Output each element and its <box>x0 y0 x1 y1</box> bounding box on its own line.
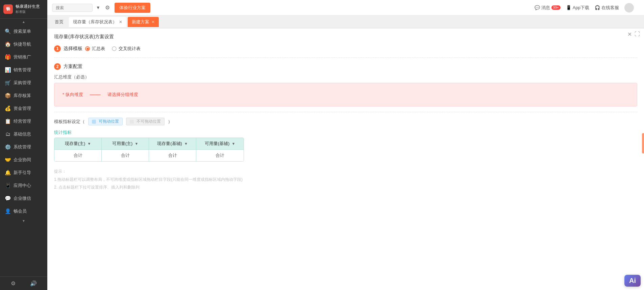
topbar-gear-icon[interactable]: ⚙ <box>105 4 110 11</box>
tab-new-scheme[interactable]: 新建方案 ✕ <box>128 17 159 27</box>
stats-data-3: 合计 <box>196 149 244 161</box>
user-avatar <box>624 3 634 13</box>
sidebar-item-marketing[interactable]: 🎁 营销推广 <box>0 51 47 64</box>
sidebar-item-cooperation[interactable]: 🤝 企业协同 <box>0 153 47 166</box>
tab-inventory-status[interactable]: 现存量（库存状况表） ✕ <box>69 17 126 27</box>
sidebar-item-member[interactable]: 👤 畅会员 <box>0 205 47 218</box>
app-logo: 畅 畅康通好生意 标准版 <box>0 0 47 19</box>
sidebar-item-label: 企业微信 <box>14 195 31 201</box>
clipboard-icon: 📋 <box>5 118 11 124</box>
sidebar-item-label: 系统管理 <box>14 144 31 150</box>
tip-item-0: 1.拖动标题栏可以调整布局，不可跨维度或指标区域拖动栏目字段(只能在同一维度或指… <box>54 176 637 184</box>
gear-icon: ⚙️ <box>5 144 11 150</box>
scroll-indicator <box>642 133 644 153</box>
dimension-label: 汇总维度（必选） <box>54 74 637 80</box>
expand-panel-icon[interactable]: ⛶ <box>635 31 640 38</box>
sidebar-item-label: 应用中心 <box>14 183 31 189</box>
mobile-download-icon: 📱 <box>566 5 571 10</box>
panel-controls: ✕ ⛶ <box>627 31 640 38</box>
message-btn[interactable]: 💬 消息 99+ <box>535 5 561 11</box>
sidebar-item-sales[interactable]: 📊 销售管理 <box>0 64 47 76</box>
stats-label: 统计指标 <box>54 129 637 136</box>
close-panel-icon[interactable]: ✕ <box>627 31 632 38</box>
divider1 <box>54 57 637 58</box>
stats-section: 统计指标 现存量(主) ▼ 可用量(主) ▼ <box>54 129 637 163</box>
message-badge: 99+ <box>551 5 561 10</box>
step2-num: 2 <box>54 63 61 70</box>
dimension-box[interactable]: * 纵向维度 —— 请选择分组维度 <box>54 83 637 106</box>
stats-table: 现存量(主) ▼ 可用量(主) ▼ 现存量(基辅) ▼ <box>54 138 244 162</box>
sidebar-item-label: 基础信息 <box>14 131 31 137</box>
dropdown-icon[interactable]: ▼ <box>96 5 100 10</box>
sidebar-item-finance[interactable]: 💰 资金管理 <box>0 102 47 115</box>
step1-section: 1 选择模板 汇总表 交叉统计表 <box>54 45 637 52</box>
sidebar-item-label: 资金管理 <box>14 105 31 112</box>
ai-badge[interactable]: Ai <box>624 275 641 287</box>
stats-col-3[interactable]: 可用量(基辅) ▼ <box>196 138 244 149</box>
content-area: ✕ ⛶ 现存量(库存状况表)方案设置 1 选择模板 汇总表 <box>47 28 644 290</box>
chevron-down-col3: ▼ <box>231 142 235 146</box>
sidebar-item-label: 搜索菜单 <box>14 28 31 34</box>
settings-icon[interactable]: ⚙ <box>11 280 16 287</box>
stats-data-2: 合计 <box>149 149 196 161</box>
sidebar-item-label: 经营管理 <box>14 118 31 124</box>
step2-header: 2 方案配置 <box>54 63 637 70</box>
stats-col-0[interactable]: 现存量(主) ▼ <box>54 138 102 149</box>
step1-header: 1 选择模板 汇总表 交叉统计表 <box>54 45 637 52</box>
speaker-icon[interactable]: 🔊 <box>30 280 37 287</box>
sidebar-item-basic-info[interactable]: 🗂 基础信息 <box>0 128 47 141</box>
online-service-btn[interactable]: 🎧 在线客服 <box>595 5 619 11</box>
tip-item-1: 2. 点击标题栏下拉可设置排序、插入列和删除列 <box>54 184 637 191</box>
sidebar-item-quick-nav[interactable]: 🏠 快捷导航 <box>0 38 47 51</box>
sidebar-item-wechat[interactable]: 💬 企业微信 <box>0 192 47 205</box>
sidebar-scroll-down[interactable]: ▼ <box>0 218 47 224</box>
sidebar-item-label: 销售管理 <box>14 67 31 73</box>
home-icon: 🏠 <box>5 41 11 47</box>
stats-col-1[interactable]: 可用量(主) ▼ <box>102 138 149 149</box>
sidebar-item-purchase[interactable]: 🛒 采购管理 <box>0 76 47 89</box>
sidebar-item-label: 企业协同 <box>14 157 31 163</box>
stats-header-row: 现存量(主) ▼ 可用量(主) ▼ 现存量(基辅) ▼ <box>54 138 244 149</box>
tab-close-inventory[interactable]: ✕ <box>119 20 122 24</box>
headset-icon: 🎧 <box>595 5 600 10</box>
sidebar-item-guide[interactable]: 🔔 新手引导 <box>0 166 47 179</box>
app-name: 畅康通好生意 <box>16 4 40 9</box>
tips-text: 提示： 1.拖动标题栏可以调整布局，不可跨维度或指标区域拖动栏目字段(只能在同一… <box>54 168 637 191</box>
tab-home[interactable]: 首页 <box>51 17 68 27</box>
radio-cross-circle <box>112 46 117 51</box>
tips-section: 提示： 1.拖动标题栏可以调整布局，不可跨维度或指标区域拖动栏目字段(只能在同一… <box>54 168 637 191</box>
indicator-suffix: ） <box>168 119 172 125</box>
sidebar-scroll-up[interactable]: ▲ <box>0 19 47 25</box>
user-icon: 👤 <box>5 208 11 214</box>
tab-close-new-scheme[interactable]: ✕ <box>151 20 155 24</box>
content-panel: ✕ ⛶ 现存量(库存状况表)方案设置 1 选择模板 汇总表 <box>47 28 644 290</box>
step2-section: 2 方案配置 汇总维度（必选） * 纵向维度 —— 请选择分组维度 <box>54 63 637 191</box>
sidebar-item-app-center[interactable]: 📱 应用中心 <box>0 179 47 192</box>
topbar: ▼ ⚙ 体验行业方案 💬 消息 99+ 📱 App下载 🎧 在线客服 <box>47 0 644 16</box>
app-download-btn[interactable]: 📱 App下载 <box>566 5 589 11</box>
radio-summary[interactable]: 汇总表 <box>85 46 105 52</box>
money-icon: 💰 <box>5 105 11 112</box>
trial-btn[interactable]: 体验行业方案 <box>115 3 150 13</box>
wechat-icon: 💬 <box>5 195 11 201</box>
radio-summary-circle <box>85 46 90 51</box>
app-edition: 标准版 <box>16 9 40 14</box>
radio-cross[interactable]: 交叉统计表 <box>112 46 141 52</box>
sidebar-item-label: 营销推广 <box>14 54 31 60</box>
sidebar-item-system[interactable]: ⚙️ 系统管理 <box>0 141 47 153</box>
step1-title: 选择模板 <box>64 46 82 52</box>
stats-col-2[interactable]: 现存量(基辅) ▼ <box>149 138 196 149</box>
sidebar-item-label: 采购管理 <box>14 80 31 86</box>
stats-data-1: 合计 <box>102 149 149 161</box>
page-title: 现存量(库存状况表)方案设置 <box>54 34 637 40</box>
dimension-required-tag: * 纵向维度 <box>63 92 83 98</box>
sidebar-item-label: 快捷导航 <box>14 41 31 47</box>
search-input[interactable] <box>52 4 93 12</box>
sidebar-item-operations[interactable]: 📋 经营管理 <box>0 115 47 128</box>
sidebar-item-search-menu[interactable]: 🔍 搜索菜单 <box>0 25 47 38</box>
folder-icon: 🗂 <box>5 131 11 137</box>
sidebar-item-label: 新手引导 <box>14 170 31 176</box>
chevron-down-col2: ▼ <box>184 142 188 146</box>
sidebar-item-inventory[interactable]: 📦 库存核算 <box>0 89 47 102</box>
gift-icon: 🎁 <box>5 54 11 60</box>
